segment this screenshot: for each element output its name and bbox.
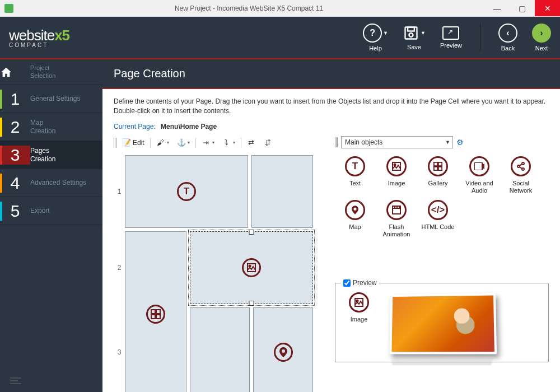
save-button[interactable]: ▼ Save bbox=[403, 25, 426, 50]
svg-rect-17 bbox=[438, 166, 442, 170]
sidebar-home[interactable]: Project Selection bbox=[0, 59, 102, 85]
object-map[interactable]: Map bbox=[335, 200, 375, 238]
cell-toolbar: 📝Edit 🖌▾ ⚓▾ ⇥▾ ⤵▾ ⇄ ⇵ bbox=[114, 136, 324, 150]
sidebar: Project Selection 1 General Settings 2 M… bbox=[0, 59, 102, 392]
sidebar-step-2[interactable]: 2 Map Creation bbox=[0, 113, 102, 141]
preview-label: Preview bbox=[353, 279, 377, 287]
sidebar-step-3[interactable]: 3 Pages Creation bbox=[0, 141, 102, 169]
row-number: 2 bbox=[114, 231, 125, 304]
sidebar-step-4[interactable]: 4 Advanced Settings bbox=[0, 169, 102, 197]
gear-icon[interactable]: ⚙ bbox=[456, 138, 464, 147]
current-page-indicator: Current Page: Menu\Home Page bbox=[114, 123, 549, 130]
anchor-icon: ⚓ bbox=[177, 138, 186, 147]
separator bbox=[480, 24, 480, 51]
col-merge-button[interactable]: ⇵ bbox=[262, 137, 275, 148]
row-number: 3 bbox=[114, 307, 125, 392]
share-icon bbox=[511, 156, 531, 176]
gallery-icon bbox=[146, 305, 165, 324]
code-icon: </> bbox=[428, 200, 448, 220]
map-pin-icon bbox=[345, 200, 365, 220]
row-merge-icon: ⇄ bbox=[247, 138, 256, 147]
back-button[interactable]: ‹ Back bbox=[498, 24, 517, 52]
svg-rect-15 bbox=[438, 162, 442, 165]
svg-point-30 bbox=[357, 300, 358, 302]
image-icon bbox=[242, 258, 261, 277]
chevron-down-icon: ▼ bbox=[421, 30, 426, 36]
toolbar-handle[interactable] bbox=[114, 138, 116, 148]
home-icon bbox=[0, 66, 30, 78]
preview-type-label: Image bbox=[351, 316, 368, 323]
chevron-down-icon: ▼ bbox=[383, 30, 388, 36]
maximize-button[interactable]: ▢ bbox=[510, 0, 535, 16]
object-image[interactable]: Image bbox=[376, 156, 417, 194]
svg-rect-1 bbox=[408, 27, 414, 31]
object-html[interactable]: </> HTML Code bbox=[418, 200, 458, 238]
col-split-button[interactable]: ⤵▾ bbox=[220, 137, 237, 148]
sidebar-step-5[interactable]: 5 Export bbox=[0, 197, 102, 225]
svg-point-13 bbox=[394, 164, 396, 165]
page-cell[interactable] bbox=[253, 307, 313, 392]
page-grid: T bbox=[125, 155, 324, 392]
svg-point-2 bbox=[409, 33, 413, 37]
svg-point-19 bbox=[517, 165, 520, 167]
preview-thumbnail bbox=[386, 292, 498, 360]
svg-point-21 bbox=[522, 168, 524, 170]
logo: websitex5 COMPACT bbox=[9, 27, 69, 48]
page-cell[interactable] bbox=[125, 231, 186, 392]
page-cell[interactable] bbox=[251, 155, 313, 228]
object-text[interactable]: T Text bbox=[335, 156, 375, 194]
chevron-down-icon: ▾ bbox=[188, 140, 190, 145]
close-button[interactable]: ✕ bbox=[535, 0, 560, 16]
toolbar-handle[interactable] bbox=[335, 137, 338, 147]
svg-rect-8 bbox=[151, 315, 155, 319]
description-text: Define the contents of your Page. Drag t… bbox=[114, 97, 549, 116]
style-button[interactable]: 🖌▾ bbox=[154, 137, 171, 148]
col-split-icon: ⤵ bbox=[222, 138, 231, 147]
anchor-button[interactable]: ⚓▾ bbox=[175, 137, 192, 148]
object-gallery[interactable]: Gallery bbox=[418, 156, 458, 194]
chevron-down-icon: ▾ bbox=[233, 140, 235, 145]
row-number: 1 bbox=[114, 155, 125, 228]
page-cell-selected[interactable] bbox=[190, 231, 313, 304]
text-icon: T bbox=[177, 182, 196, 201]
sidebar-collapse-toggle[interactable] bbox=[0, 370, 102, 392]
preview-checkbox[interactable] bbox=[343, 279, 351, 287]
paint-icon: 🖌 bbox=[156, 138, 165, 147]
page-cell[interactable] bbox=[190, 307, 250, 392]
svg-point-20 bbox=[522, 162, 524, 165]
svg-rect-16 bbox=[434, 166, 437, 170]
row-split-icon: ⇥ bbox=[202, 138, 211, 147]
objects-category-select[interactable]: Main objects bbox=[341, 136, 453, 148]
back-icon: ‹ bbox=[498, 24, 517, 43]
app-icon bbox=[4, 4, 13, 13]
col-merge-icon: ⇵ bbox=[264, 138, 273, 147]
window-title: New Project - Incomedia WebSite X5 Compa… bbox=[13, 4, 484, 12]
minimize-button[interactable]: — bbox=[484, 0, 510, 16]
object-flash[interactable]: Flash Animation bbox=[376, 200, 417, 238]
video-icon bbox=[469, 156, 489, 176]
row-split-button[interactable]: ⇥▾ bbox=[199, 137, 217, 148]
preview-button[interactable]: Preview bbox=[440, 26, 462, 49]
film-icon bbox=[386, 200, 407, 220]
preview-group: Preview Image bbox=[335, 283, 549, 362]
sidebar-step-1[interactable]: 1 General Settings bbox=[0, 85, 102, 113]
objects-palette: T Text Image Gallery bbox=[335, 156, 549, 239]
gallery-icon bbox=[428, 156, 448, 176]
object-social[interactable]: Social Network bbox=[501, 156, 541, 194]
monitor-icon bbox=[442, 26, 459, 40]
edit-icon: 📝 bbox=[122, 138, 131, 147]
help-icon: ? bbox=[363, 24, 382, 43]
main-panel: Page Creation Define the contents of you… bbox=[102, 59, 560, 392]
map-pin-icon bbox=[274, 343, 293, 362]
svg-line-22 bbox=[520, 164, 522, 166]
chevron-down-icon: ▾ bbox=[167, 140, 169, 145]
object-video-audio[interactable]: Video and Audio bbox=[459, 156, 500, 194]
row-merge-button[interactable]: ⇄ bbox=[245, 137, 258, 148]
svg-rect-6 bbox=[151, 310, 155, 314]
sidebar-home-label: Project Selection bbox=[30, 64, 55, 79]
help-button[interactable]: ?▼ Help bbox=[363, 24, 388, 52]
edit-button[interactable]: 📝Edit bbox=[120, 137, 147, 148]
next-button[interactable]: › Next bbox=[532, 24, 551, 52]
page-cell[interactable]: T bbox=[125, 155, 248, 228]
titlebar: New Project - Incomedia WebSite X5 Compa… bbox=[0, 0, 560, 17]
